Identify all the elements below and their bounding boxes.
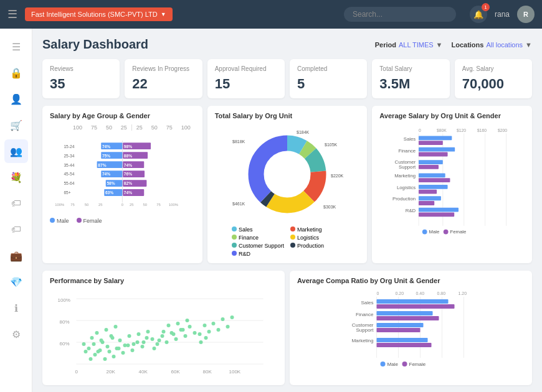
svg-point-114 [98,348,102,352]
avg-chart-title: Average Salary by Org Unit & Gender [379,112,525,119]
compa-chart-title: Average Compa Ratio by Org Unit & Gender [297,277,525,284]
svg-point-127 [165,340,169,344]
svg-point-136 [100,338,103,342]
sidebar-item-diamond[interactable]: 💎 [4,270,28,294]
brand-button[interactable]: Fast Intelligent Solutions (SMC-PVT) LTD… [25,7,173,21]
svg-text:87%: 87% [98,163,106,167]
donut-chart: Total Salary by Org Unit [207,106,368,263]
svg-point-143 [176,322,180,325]
kpi-reviews-progress: Reviews In Progress 22 [125,59,202,98]
sidebar-item-people[interactable]: 👥 [4,139,28,163]
donut-legend-finance: Finance [232,235,284,241]
sidebar-item-user[interactable]: 👤 [4,87,28,111]
svg-rect-189 [377,343,432,347]
svg-point-124 [145,336,149,340]
svg-text:63%: 63% [105,190,113,195]
svg-text:Logistics: Logistics [397,185,416,190]
search-input[interactable] [344,7,456,22]
notification-button[interactable]: 🔔 1 [470,6,487,23]
avatar[interactable]: R [517,6,535,23]
svg-text:Male: Male [387,362,399,367]
sidebar-item-tag2[interactable]: 🏷 [4,218,28,241]
svg-text:100%: 100% [169,203,178,207]
svg-text:100%: 100% [55,203,64,207]
svg-text:88%: 88% [124,154,132,158]
age-legend-female: Female [77,218,102,224]
svg-point-47 [265,152,309,196]
svg-point-144 [181,328,185,332]
svg-point-141 [167,324,171,327]
sidebar-item-gear[interactable]: ⚙ [4,322,28,346]
donut-legend-rd: R&D [232,251,284,257]
svg-rect-181 [377,311,433,315]
nav-icons: 🔔 1 rana R [470,6,535,23]
compa-ratio-chart: Average Compa Ratio by Org Unit & Gender… [290,271,532,385]
svg-rect-74 [419,165,439,169]
sidebar-item-cart[interactable]: 🛒 [4,113,28,137]
svg-text:50: 50 [143,203,147,207]
kpi-reviews-value: 35 [50,76,112,92]
sidebar-item-menu[interactable]: ☰ [4,35,28,58]
svg-text:80K: 80K [203,369,212,375]
svg-point-151 [221,317,225,321]
locations-label: Locations [451,41,483,49]
svg-point-125 [156,342,159,346]
donut-container: $818K $184K $105K $220K $303K $65K $461K [228,124,346,224]
kpi-approval: Approval Required 15 [207,59,285,98]
age-axis-top: 100755025 255075100 [69,124,195,131]
charts-row-1: Salary by Age Group & Gender 100755025 2… [42,106,532,263]
svg-text:74%: 74% [102,172,110,176]
age-chart-title: Salary by Age Group & Gender [50,112,195,119]
period-caret-icon: ▼ [436,41,443,49]
sidebar-item-briefcase[interactable]: 💼 [4,244,28,268]
svg-text:1.20: 1.20 [459,291,467,296]
donut-svg: $818K $184K $105K $220K $303K $65K $461K [228,124,346,224]
svg-text:$184K: $184K [297,130,310,134]
sidebar-item-tag[interactable]: 🏷 [4,192,28,215]
svg-text:Sales: Sales [404,136,416,142]
svg-text:0: 0 [121,203,123,207]
kpi-row: Reviews 35 Reviews In Progress 22 Approv… [42,59,532,98]
svg-text:80%: 80% [60,319,70,325]
donut-wrap: $818K $184K $105K $220K $303K $65K $461K… [215,124,360,257]
svg-point-112 [151,337,155,341]
period-value: ALL TIMES [399,41,434,49]
svg-point-158 [204,336,208,340]
donut-chart-title: Total Salary by Org Unit [215,112,360,119]
svg-point-192 [402,362,407,366]
top-nav: ☰ Fast Intelligent Solutions (SMC-PVT) L… [0,0,542,29]
svg-point-153 [231,315,234,319]
svg-point-105 [118,338,122,342]
svg-text:76%: 76% [124,172,132,176]
svg-text:100%: 100% [58,297,70,303]
svg-text:58%: 58% [107,181,115,185]
svg-point-117 [112,355,116,358]
svg-rect-179 [377,304,455,309]
kpi-reviews: Reviews 35 [42,59,120,98]
sidebar-item-lock[interactable]: 🔒 [4,61,28,85]
sidebar-item-basket[interactable]: 💐 [4,166,28,189]
svg-rect-82 [419,196,441,200]
svg-point-98 [87,347,91,350]
donut-legend: Sales Marketing Finance Logistics Custom… [232,226,343,257]
period-filter[interactable]: Period ALL TIMES ▼ [375,41,443,49]
svg-text:0.40: 0.40 [416,291,425,296]
svg-point-190 [381,362,386,366]
svg-text:Marketing: Marketing [394,173,416,179]
svg-rect-182 [377,316,439,320]
charts-row-2: Performance by Salary 100% 80% 60% [42,271,532,385]
svg-point-154 [82,342,86,346]
svg-text:25: 25 [130,203,133,207]
age-bar-rows: 100755025 255075100 74% [50,124,195,224]
donut-legend-production: Production [290,243,343,249]
svg-rect-80 [419,190,437,194]
svg-text:35-44: 35-44 [64,163,74,167]
svg-text:$220K: $220K [331,174,344,178]
svg-text:100K: 100K [229,369,241,375]
kpi-approval-label: Approval Required [215,65,277,72]
svg-point-121 [131,348,135,352]
location-filter[interactable]: Locations All locations ▼ [451,41,532,49]
svg-point-148 [207,330,211,334]
sidebar-item-info[interactable]: ℹ [4,296,28,320]
hamburger-icon[interactable]: ☰ [7,7,17,21]
